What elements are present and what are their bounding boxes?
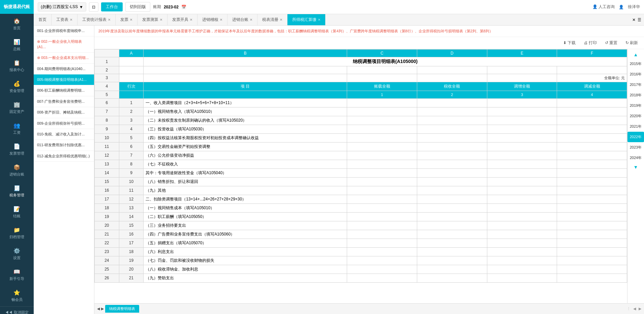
sidebar-item-salary[interactable]: 👥 工资 [0, 118, 34, 139]
tab-salary[interactable]: 工资表 ✕ [52, 14, 78, 25]
scroll-right-icon[interactable]: ▶ [639, 307, 641, 311]
data-cell[interactable] [487, 74, 557, 82]
tab-invoice[interactable]: 发票 ✕ [116, 14, 137, 25]
tab-close-icon[interactable]: ✕ [108, 18, 111, 22]
year-2020[interactable]: 2020年 [627, 111, 644, 121]
year-2021[interactable]: 2021年 [627, 121, 644, 132]
data-cell[interactable] [417, 66, 487, 74]
sidebar-item-invoice[interactable]: 📄 发票管理 [0, 139, 34, 160]
data-cell[interactable] [417, 74, 487, 82]
data-cell-c[interactable] [347, 274, 417, 282]
year-2017[interactable]: 2017年 [627, 80, 644, 90]
switch-version-button[interactable]: 切到旧版 [125, 2, 150, 12]
data-cell-d[interactable] [417, 203, 487, 212]
sidebar-item-home[interactable]: 🏠 首页 [0, 14, 34, 35]
data-cell-f[interactable] [557, 107, 627, 116]
data-cell-c[interactable] [347, 203, 417, 212]
data-cell-e[interactable] [487, 142, 557, 151]
year-2022[interactable]: 2022年 [627, 132, 644, 142]
data-cell-d[interactable] [417, 247, 487, 256]
sidebar-item-ledger[interactable]: 📊 总账 [0, 35, 34, 56]
data-cell-f[interactable] [557, 221, 627, 230]
data-cell-e[interactable] [487, 177, 557, 186]
sidebar-item-finance[interactable]: 💰 资金管理 [0, 76, 34, 97]
left-panel-item-006[interactable]: 006-职工薪酬纳税调整明细... [34, 85, 94, 96]
data-cell-d[interactable] [417, 116, 487, 125]
item-cell[interactable]: （九）其他 [144, 186, 347, 195]
tab-income-tax[interactable]: 所得税汇算缴 ✕ [287, 14, 326, 25]
data-cell-f[interactable] [557, 203, 627, 212]
data-cell-d[interactable] [417, 177, 487, 186]
data-cell-e[interactable] [487, 203, 557, 212]
tab-home[interactable]: 首页 [34, 14, 52, 25]
left-panel-item-004[interactable]: 004-期间费用明细表(A1040... [34, 64, 94, 74]
data-cell-d[interactable] [417, 265, 487, 274]
data-cell-c[interactable] [347, 195, 417, 203]
sidebar-item-purchase[interactable]: 📦 进销台账 [0, 160, 34, 181]
data-cell-c[interactable] [347, 177, 417, 186]
data-cell-e[interactable] [487, 125, 557, 133]
data-cell-f[interactable] [557, 168, 627, 177]
data-cell-f[interactable] [557, 212, 627, 221]
tab-salary-report[interactable]: 工资统计报表 ✕ [78, 14, 116, 25]
data-cell-e[interactable] [487, 160, 557, 168]
tab-close-icon[interactable]: ✕ [70, 18, 72, 22]
data-cell[interactable] [347, 66, 417, 74]
data-cell[interactable] [557, 66, 627, 74]
data-cell-f[interactable] [557, 116, 627, 125]
item-cell[interactable]: 二、扣除类调整项目（13+14+...24+26+27+28+29+30） [144, 195, 347, 203]
data-cell-c[interactable] [347, 230, 417, 239]
data-cell-e[interactable] [487, 247, 557, 256]
year-2018[interactable]: 2018年 [627, 90, 644, 100]
data-cell-d[interactable] [417, 212, 487, 221]
data-cell-d[interactable] [417, 221, 487, 230]
data-cell-e[interactable] [487, 221, 557, 230]
left-panel-item-001[interactable]: 001-企业所得税年度纳税申... [34, 26, 94, 36]
data-cell-e[interactable] [487, 151, 557, 160]
reset-button[interactable]: ↺ 重置 [603, 39, 619, 47]
tab-close-icon[interactable]: ✕ [280, 18, 282, 22]
tab-close-icon[interactable]: ✕ [130, 18, 132, 22]
data-cell-c[interactable] [347, 239, 417, 247]
data-cell-f[interactable] [557, 142, 627, 151]
sidebar-item-member[interactable]: ⭐ 畅会员 [0, 285, 34, 306]
data-cell-f[interactable] [557, 133, 627, 142]
data-cell-e[interactable] [487, 256, 557, 265]
data-cell[interactable] [119, 57, 144, 66]
item-cell[interactable]: （五）交易性金融资产初始投资调整 [144, 142, 347, 151]
data-cell-c[interactable] [347, 151, 417, 160]
sidebar-item-archive[interactable]: 📁 归档管理 [0, 223, 34, 244]
sidebar-item-settings[interactable]: ⚙️ 设置 [0, 244, 34, 264]
data-cell-d[interactable] [417, 274, 487, 282]
data-cell-c[interactable] [347, 247, 417, 256]
item-cell[interactable]: （四）按权益法核算长期股权投资对初始投资成本调整确认收益 [144, 133, 347, 142]
sidebar-item-assets[interactable]: 🏢 固定资产 [0, 97, 34, 118]
tab-invoice-issue[interactable]: 发票开具 ✕ [167, 14, 197, 25]
bottom-sheet-tab[interactable]: 纳税调整明细表 [105, 305, 139, 313]
data-cell-f[interactable] [557, 195, 627, 203]
item-cell[interactable]: （二）未按权责发生制原则确认的收入（填写A105020） [144, 116, 347, 125]
data-cell-d[interactable] [417, 239, 487, 247]
item-cell[interactable]: （八）税收滞纳金、加收利息 [144, 265, 347, 274]
data-cell-c[interactable] [347, 133, 417, 142]
calendar-icon[interactable]: 📅 [181, 5, 186, 9]
left-panel-item-011[interactable]: 011-研发费用加计扣除优惠... [34, 140, 94, 151]
sidebar-item-reports[interactable]: 📋 报表中心 [0, 56, 34, 76]
data-cell-e[interactable] [487, 116, 557, 125]
data-cell-d[interactable] [417, 98, 487, 107]
nav-next-icon[interactable]: ▶ [101, 307, 104, 311]
tab-close-icon[interactable]: ✕ [318, 18, 320, 22]
data-cell-d[interactable] [417, 142, 487, 151]
data-cell-d[interactable] [417, 125, 487, 133]
workbench-button[interactable]: 工作台 [101, 2, 123, 11]
tab-close-icon[interactable]: ✕ [190, 18, 192, 22]
item-cell[interactable]: （六）公允价值变动净损益 [144, 151, 347, 160]
unpin-button[interactable]: ◀◀ 取消固定 [0, 306, 34, 314]
tab-invoice-calc[interactable]: 发票测算 ✕ [137, 14, 167, 25]
company-selector[interactable]: (勿删) 江西股宝-LSS ▼ [38, 2, 86, 11]
item-cell[interactable]: （六）利息支出 [144, 247, 347, 256]
data-cell-f[interactable] [557, 256, 627, 265]
download-button[interactable]: ⬇ 下载 [561, 39, 578, 47]
scroll-left-icon[interactable]: ◀ [633, 307, 636, 311]
data-cell-e[interactable] [487, 230, 557, 239]
